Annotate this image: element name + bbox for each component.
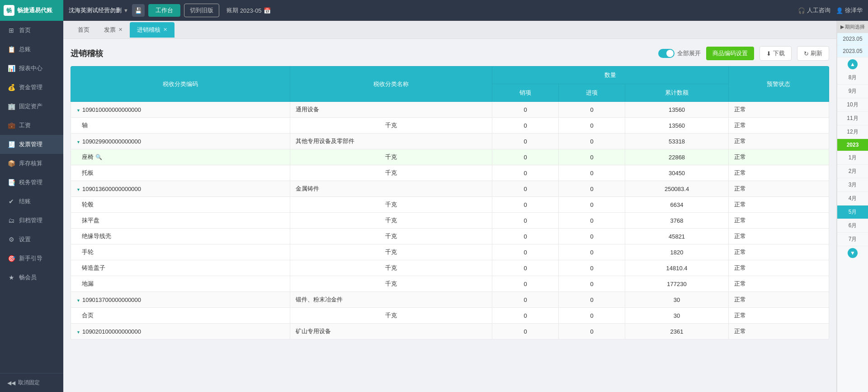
- old-version-button[interactable]: 切到旧版: [184, 4, 219, 17]
- cell-purchase: 0: [559, 260, 625, 276]
- table-row: ▼109013600000000000 金属铸件 0 0 250083.4 正常: [71, 181, 829, 197]
- period-down-button[interactable]: ▼: [848, 248, 858, 258]
- period-month-item[interactable]: 4月: [837, 192, 868, 206]
- table-row: 轮毂 千克 0 0 6634 正常: [71, 197, 829, 213]
- app-logo: 畅 畅捷通易代账: [0, 0, 63, 21]
- tab-home[interactable]: 首页: [71, 22, 97, 38]
- period-range-end[interactable]: 2023.05: [837, 45, 868, 57]
- cell-sales: 0: [492, 308, 559, 324]
- sidebar-item-reports[interactable]: 📊报表中心: [0, 59, 63, 78]
- sidebar-label-settle: 结账: [19, 197, 31, 206]
- cell-purchase: 0: [559, 292, 625, 308]
- save-icon: 💾: [135, 7, 142, 14]
- user-profile[interactable]: 👤 徐泽华: [836, 6, 863, 14]
- table-row: ▼109010000000000000 通用设备 0 0 13560 正常: [71, 102, 829, 118]
- cell-status: 正常: [728, 244, 829, 260]
- col-sales: 销项: [492, 84, 559, 102]
- cell-total: 22868: [625, 149, 729, 165]
- tab-reconcile-close[interactable]: ✕: [163, 27, 167, 33]
- sidebar-label-tax: 税务管理: [19, 178, 42, 186]
- period-range-start[interactable]: 2023.05: [837, 33, 868, 45]
- cell-status: 正常: [728, 181, 829, 197]
- sidebar-item-archive[interactable]: 🗂归档管理: [0, 211, 63, 230]
- company-name: 沈海英测试经营勿删: [69, 6, 122, 14]
- search-icon[interactable]: 🔍: [95, 154, 102, 160]
- cell-sales: 0: [492, 102, 559, 118]
- support-button[interactable]: 🎧 人工咨询: [798, 6, 830, 14]
- period-month-item[interactable]: 2月: [837, 165, 868, 178]
- cell-purchase: 0: [559, 165, 625, 181]
- cell-purchase: 0: [559, 308, 625, 324]
- page-title: 进销稽核: [71, 48, 103, 59]
- tab-invoice[interactable]: 发票 ✕: [97, 22, 130, 38]
- period-month-item[interactable]: 7月: [837, 233, 868, 246]
- cell-purchase: 0: [559, 244, 625, 260]
- cell-unit: 千克: [290, 276, 492, 292]
- period-sidebar-title: 期间选择: [845, 24, 865, 30]
- tab-invoice-close[interactable]: ✕: [118, 27, 123, 33]
- cell-unit: 千克: [290, 260, 492, 276]
- sidebar-item-member[interactable]: ★畅会员: [0, 268, 63, 287]
- table-row: 合页 千克 0 0 30 正常: [71, 308, 829, 324]
- period-month-item[interactable]: 5月: [837, 206, 868, 219]
- cell-total: 30: [625, 308, 729, 324]
- download-button[interactable]: ⬇ 下载: [760, 46, 792, 61]
- sku-code-settings-button[interactable]: 商品编码设置: [706, 47, 754, 60]
- period-month-item[interactable]: 6月: [837, 219, 868, 233]
- cell-name: 金属铸件: [290, 181, 492, 197]
- sidebar-label-finance: 资金管理: [19, 83, 42, 91]
- period-sidebar-header[interactable]: ▶ 期间选择: [837, 21, 868, 33]
- sidebar-item-assets[interactable]: 🏢固定资产: [0, 97, 63, 116]
- calendar-icon[interactable]: 📅: [264, 7, 271, 14]
- cell-unit: 千克: [290, 149, 492, 165]
- headset-icon: 🎧: [798, 7, 805, 14]
- workbench-button[interactable]: 工作台: [148, 4, 180, 17]
- sidebar-item-salary[interactable]: 💼工资: [0, 116, 63, 135]
- cell-total: 2361: [625, 324, 729, 339]
- col-warning: 预警状态: [728, 67, 829, 102]
- period-month-item[interactable]: 8月: [837, 71, 868, 85]
- cell-total: 30: [625, 292, 729, 308]
- period-month-item[interactable]: 12月: [837, 125, 868, 139]
- download-label: 下载: [773, 49, 785, 57]
- col-tax-code: 税收分类编码: [71, 67, 290, 102]
- period-month-item[interactable]: 11月: [837, 112, 868, 125]
- period-month-item[interactable]: 10月: [837, 98, 868, 112]
- guide-icon: 🎯: [7, 255, 15, 262]
- expand-all-label: 全部展开: [677, 49, 701, 57]
- sidebar-item-settings[interactable]: ⚙设置: [0, 230, 63, 249]
- cell-status: 正常: [728, 308, 829, 324]
- period-month-item[interactable]: 1月: [837, 151, 868, 165]
- expand-all-toggle[interactable]: [658, 49, 675, 58]
- sidebar-item-home[interactable]: ⊞首页: [0, 21, 63, 40]
- refresh-button[interactable]: ↻ 刷新: [797, 46, 829, 61]
- period-month-item[interactable]: 9月: [837, 85, 868, 98]
- company-selector[interactable]: 沈海英测试经营勿删 ▼: [69, 6, 128, 14]
- cell-status: 正常: [728, 276, 829, 292]
- sidebar-item-ledger[interactable]: 📋总账: [0, 40, 63, 59]
- cell-unit: 千克: [290, 229, 492, 244]
- expand-all-toggle-group: 全部展开: [658, 49, 701, 58]
- cell-purchase: 0: [559, 197, 625, 213]
- sidebar-item-invoice[interactable]: 🧾发票管理: [0, 135, 63, 154]
- sidebar-item-tax[interactable]: 📑税务管理: [0, 173, 63, 192]
- sidebar-item-settle[interactable]: ✔结账: [0, 192, 63, 211]
- cell-total: 13560: [625, 102, 729, 118]
- sidebar-item-finance[interactable]: 💰资金管理: [0, 78, 63, 97]
- page-actions: 全部展开 商品编码设置 ⬇ 下载 ↻ 刷新: [658, 46, 829, 61]
- sidebar-label-invoice: 发票管理: [19, 140, 42, 148]
- tab-reconcile[interactable]: 进销稽核 ✕: [130, 22, 175, 38]
- cancel-pin-button[interactable]: ◀◀ 取消固定: [0, 373, 63, 392]
- cell-code: 抹平盘: [71, 213, 290, 229]
- tab-home-label: 首页: [78, 26, 90, 34]
- period-month-item[interactable]: 3月: [837, 178, 868, 192]
- col-total: 累计数额: [625, 84, 729, 102]
- save-button[interactable]: 💾: [132, 4, 145, 17]
- period-month-item[interactable]: 2023: [837, 139, 868, 151]
- content-main: 首页 发票 ✕ 进销稽核 ✕ 进销稽核: [63, 21, 836, 392]
- period-up-button[interactable]: ▲: [848, 59, 858, 69]
- sidebar-item-inventory[interactable]: 📦库存核算: [0, 154, 63, 173]
- cell-total: 3768: [625, 213, 729, 229]
- cell-total: 53318: [625, 134, 729, 149]
- sidebar-item-guide[interactable]: 🎯新手引导: [0, 249, 63, 268]
